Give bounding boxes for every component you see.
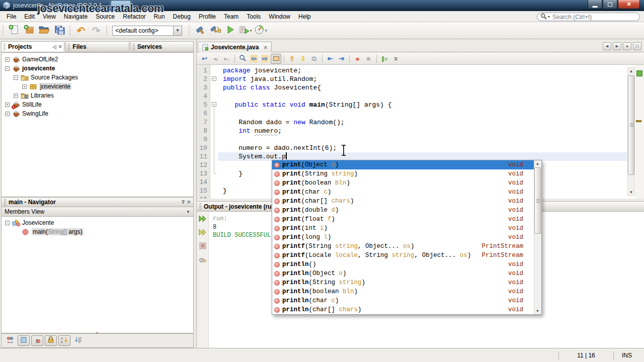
menu-profile[interactable]: Profile xyxy=(195,12,220,22)
navigator-item[interactable]: −Josevicente xyxy=(2,218,193,227)
completion-item[interactable]: println()void xyxy=(272,260,534,269)
open-project-button[interactable] xyxy=(37,24,52,38)
expand-icon[interactable]: + xyxy=(5,57,10,62)
show-fields-button[interactable] xyxy=(18,335,30,346)
search-input[interactable]: ▾ Search (Ctrl+I) xyxy=(537,13,640,21)
navigator-item[interactable]: main(String[] args) xyxy=(2,227,193,236)
config-dropdown-icon[interactable]: ▼ xyxy=(174,26,182,36)
forward-button[interactable]: ▸▾ xyxy=(221,54,232,64)
fold-collapse-icon[interactable]: − xyxy=(212,102,216,107)
rerun-button[interactable] xyxy=(198,215,207,224)
tab-scroll-left-icon[interactable]: ◀ xyxy=(603,42,611,50)
close-button[interactable]: ✕ xyxy=(618,0,640,9)
tab-services[interactable]: Services xyxy=(130,41,194,52)
tree-item-josevicente[interactable]: −josevicente xyxy=(2,64,193,73)
menu-help[interactable]: Help xyxy=(294,12,315,22)
collapse-icon[interactable]: − xyxy=(5,66,10,71)
code-line[interactable]: public static void main(String[] args) { xyxy=(223,101,626,109)
rerun-alt-button[interactable] xyxy=(198,228,207,237)
tree-item-gameoflife2[interactable]: +GameOfLife2 xyxy=(2,55,193,64)
find-selection-button[interactable] xyxy=(237,54,248,64)
code-line[interactable] xyxy=(223,109,626,118)
warning-mark[interactable] xyxy=(636,120,641,122)
profile-button[interactable]: ▾ xyxy=(253,24,268,38)
tree-item-stilllife[interactable]: +!StillLife xyxy=(2,100,193,109)
tab-josevicente-java[interactable]: Josevicente.java ✕ xyxy=(198,42,272,52)
stop-button[interactable] xyxy=(198,242,207,251)
move-down-button[interactable]: ⇩ xyxy=(298,54,308,64)
next-occurrence-button[interactable]: ⇨ xyxy=(260,54,270,64)
tree-item-swinglife[interactable]: +SwingLife xyxy=(2,109,193,118)
close-panel-icon[interactable]: ✕ xyxy=(187,200,191,205)
output-console[interactable]: run:8BUILD SUCCESSFUL ( xyxy=(213,215,278,240)
duplicate-line-button[interactable]: ⧉ xyxy=(309,54,319,64)
scroll-up-icon[interactable]: ▲ xyxy=(628,68,634,74)
completion-item[interactable]: print(Object o)void xyxy=(272,160,534,169)
scrollbar-thumb[interactable] xyxy=(628,75,634,175)
menu-file[interactable]: File xyxy=(3,12,20,22)
completion-item[interactable]: print(char c)void xyxy=(272,188,534,197)
show-non-public-button[interactable] xyxy=(45,335,57,346)
scrollbar-thumb[interactable] xyxy=(534,167,541,234)
show-static-members-button[interactable]: S xyxy=(31,335,43,346)
sort-alphabetically-button[interactable]: AZ xyxy=(58,335,70,346)
move-up-button[interactable]: ⇧ xyxy=(287,54,297,64)
code-line[interactable] xyxy=(223,92,626,101)
search-dropdown-icon[interactable]: ▾ xyxy=(548,15,550,19)
menu-debug[interactable]: Debug xyxy=(169,12,195,22)
completion-item[interactable]: println(char c)void xyxy=(272,296,534,305)
maximize-button[interactable] xyxy=(603,0,617,9)
stop-macro-button[interactable]: ■ xyxy=(363,54,374,64)
completion-item[interactable]: println(char[] chars)void xyxy=(272,305,534,314)
collapse-icon[interactable]: − xyxy=(14,75,18,80)
code-line[interactable]: numero = dado.nextInt(6); xyxy=(223,144,626,152)
tab-files[interactable]: Files xyxy=(65,41,129,52)
minimize-panel-icon[interactable]: ◁ xyxy=(53,44,56,49)
menu-team[interactable]: Team xyxy=(220,12,243,22)
code-line[interactable]: int numero; xyxy=(223,127,626,135)
completion-item[interactable]: print(int i)void xyxy=(272,224,534,233)
scroll-up-icon[interactable]: ▲ xyxy=(534,160,541,167)
menu-edit[interactable]: Edit xyxy=(20,12,39,22)
completion-item[interactable]: println(String string)void xyxy=(272,278,534,287)
panel-grip[interactable] xyxy=(199,203,201,210)
new-file-button[interactable] xyxy=(7,24,22,38)
inherited-members-button[interactable] xyxy=(4,335,16,346)
debug-button[interactable]: ▾ xyxy=(238,24,253,38)
completion-item[interactable]: print(double d)void xyxy=(272,206,534,215)
popup-scrollbar[interactable]: ▲ ▼ xyxy=(534,160,541,314)
tab-list-icon[interactable]: ▼ xyxy=(623,42,631,50)
build-button[interactable] xyxy=(193,24,208,38)
expand-icon[interactable]: + xyxy=(22,84,27,89)
tree-item-josevicente[interactable]: +josevicente xyxy=(2,82,193,91)
clean-build-button[interactable] xyxy=(208,24,223,38)
expand-icon[interactable]: + xyxy=(5,112,10,116)
redo-button[interactable]: ↷ xyxy=(89,24,104,38)
menu-window[interactable]: Window xyxy=(265,12,294,22)
last-edit-button[interactable]: ↩ xyxy=(199,54,210,64)
settings-button[interactable]: ⚙⚙ xyxy=(198,255,207,264)
tab-projects[interactable]: Projects◁✕ xyxy=(1,41,64,52)
collapse-icon[interactable]: − xyxy=(5,221,10,225)
comment-button[interactable]: ∥≡ xyxy=(379,54,390,64)
new-project-button[interactable] xyxy=(22,24,37,38)
close-panel-icon[interactable]: ✕ xyxy=(58,44,62,49)
error-stripe[interactable] xyxy=(635,65,644,199)
code-line[interactable]: public class Josevicente{ xyxy=(223,83,626,92)
code-line[interactable]: package josevicente; xyxy=(223,66,626,75)
scroll-down-icon[interactable]: ▼ xyxy=(628,189,634,196)
code-line[interactable] xyxy=(223,135,626,144)
scroll-down-icon[interactable]: ▼ xyxy=(534,308,541,314)
run-button[interactable] xyxy=(223,24,238,38)
tab-scroll-right-icon[interactable]: ▶ xyxy=(613,42,621,50)
expand-icon[interactable]: + xyxy=(14,94,18,98)
completion-item[interactable]: printf(String string, Object... os)Print… xyxy=(272,242,534,251)
splitter-collapse-icon[interactable]: ▲ xyxy=(95,330,99,335)
fold-collapse-icon[interactable]: − xyxy=(212,76,216,81)
editor-scrollbar[interactable]: ▲ ▼ xyxy=(627,67,635,196)
undo-button[interactable]: ↶ xyxy=(73,24,89,38)
maximize-editor-icon[interactable]: ▢ xyxy=(633,42,641,50)
config-select[interactable]: <default config> xyxy=(112,26,174,36)
menu-tools[interactable]: Tools xyxy=(243,12,265,22)
record-macro-button[interactable]: ● xyxy=(352,54,363,64)
